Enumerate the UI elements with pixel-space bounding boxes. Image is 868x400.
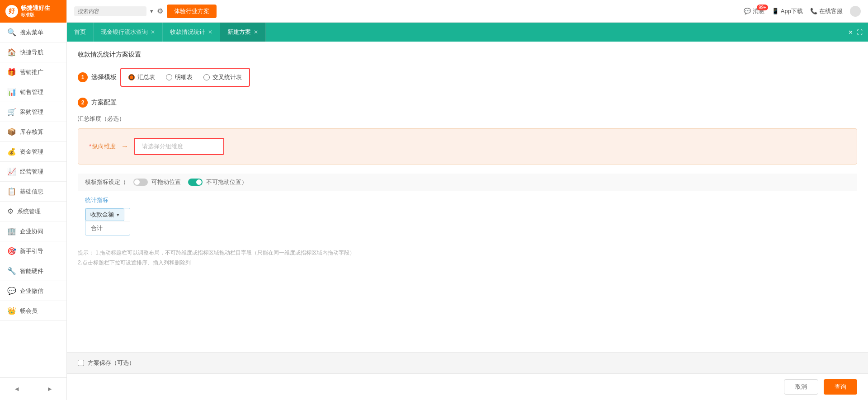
tab-cashflow-close[interactable]: ✕ xyxy=(151,29,155,35)
download-label: App下载 xyxy=(781,7,803,15)
service-label: 在线客服 xyxy=(819,7,843,15)
radio-detail-label: 明细表 xyxy=(175,73,193,81)
metrics-header-bar: 模板指标设定（ 可拖动位置 不可拖 xyxy=(78,174,857,191)
tab-controls: ✕ ⛶ xyxy=(843,23,868,42)
cart-icon: 🛒 xyxy=(7,108,16,116)
sidebar-item-label: 新手引导 xyxy=(20,247,43,255)
chat-icon: 💬 xyxy=(7,287,16,295)
sidebar-item-purchase[interactable]: 🛒 采购管理 xyxy=(0,102,66,122)
sidebar-bottom-right[interactable]: ▶ xyxy=(48,386,52,392)
radio-detail-input[interactable] xyxy=(166,74,172,80)
radio-cross-input[interactable] xyxy=(203,74,210,80)
sidebar-item-marketing[interactable]: 🎁 营销推广 xyxy=(0,62,66,82)
wrench-icon: 🔧 xyxy=(7,267,16,275)
search-input[interactable] xyxy=(74,6,146,16)
radio-detail[interactable]: 明细表 xyxy=(166,73,193,81)
service-section[interactable]: 📞 在线客服 xyxy=(810,7,843,15)
step1-section: 1 选择模板 汇总表 明细表 交叉统计表 xyxy=(78,68,857,87)
sidebar-item-wechat[interactable]: 💬 企业微信 xyxy=(0,281,66,301)
gear-icon[interactable]: ⚙ xyxy=(157,7,163,15)
money-icon: 💰 xyxy=(7,147,16,156)
tab-new-plan-close[interactable]: ✕ xyxy=(254,29,258,35)
sidebar-item-sales[interactable]: 📊 销售管理 xyxy=(0,82,66,102)
tips-section: 提示： 1.拖动标题栏可以调整布局，不可跨维度或指标区域拖动栏目字段（只能在同一… xyxy=(78,248,857,268)
metrics-toggle1[interactable]: 可拖动位置 xyxy=(133,178,181,186)
toggle-label2: 不可拖动位置） xyxy=(206,178,247,186)
sidebar-bottom-left[interactable]: ◀ xyxy=(15,386,19,392)
toggle-track1 xyxy=(133,179,148,186)
main-area: ▾ ⚙ 体验行业方案 💬 消息 99+ 📱 App下载 📞 在线客服 首页 xyxy=(67,0,868,400)
sidebar-item-inventory[interactable]: 📦 库存核算 xyxy=(0,122,66,142)
message-badge[interactable]: 💬 消息 99+ xyxy=(744,7,764,15)
sidebar-logo: 好 畅捷通好生 标准版 xyxy=(0,0,66,23)
sidebar-item-hardware[interactable]: 🔧 智能硬件 xyxy=(0,261,66,281)
sidebar-item-label: 搜索菜单 xyxy=(20,28,43,37)
sidebar-item-label: 基础信息 xyxy=(20,188,43,196)
tip-1: 提示： 1.拖动标题栏可以调整布局，不可跨维度或指标区域拖动栏目字段（只能在同一… xyxy=(78,248,857,258)
radio-summary-input[interactable] xyxy=(128,74,135,80)
footer-actions: 取消 查询 xyxy=(67,373,868,400)
tab-bar: 首页 现金银行流水查询 ✕ 收款情况统计 ✕ 新建方案 ✕ ✕ ⛶ xyxy=(67,23,868,42)
sidebar-item-system[interactable]: ⚙ 系统管理 xyxy=(0,202,66,221)
sidebar-item-label: 库存核算 xyxy=(20,128,43,136)
sidebar-nav: 🔍 搜索菜单 🏠 快捷导航 🎁 营销推广 📊 销售管理 🛒 采购管理 📦 库存核… xyxy=(0,23,66,377)
header-right: 💬 消息 99+ 📱 App下载 📞 在线客服 xyxy=(744,6,861,17)
step2-number: 2 xyxy=(78,98,88,108)
toggle-thumb1 xyxy=(134,179,140,185)
content-area: 收款情况统计方案设置 1 选择模板 汇总表 明细表 xyxy=(67,42,868,400)
badge-count: 99+ xyxy=(757,5,768,10)
tab-expand-icon[interactable]: ⛶ xyxy=(857,29,863,36)
dimension-dropdown[interactable]: 请选择分组维度 xyxy=(134,138,224,155)
sidebar: 好 畅捷通好生 标准版 🔍 搜索菜单 🏠 快捷导航 🎁 营销推广 📊 销售管理 … xyxy=(0,0,67,400)
tab-receipts-label: 收款情况统计 xyxy=(170,28,205,36)
chevron-down-icon[interactable]: ▾ xyxy=(150,8,153,14)
tip-2: 2.点击标题栏下拉可设置排序、插入列和删除列 xyxy=(78,258,857,268)
home-icon: 🏠 xyxy=(7,48,16,56)
trial-button[interactable]: 体验行业方案 xyxy=(167,5,217,18)
tab-cashflow[interactable]: 现金银行流水查询 ✕ xyxy=(94,23,163,42)
clipboard-icon: 📋 xyxy=(7,187,16,196)
tab-home[interactable]: 首页 xyxy=(67,23,94,42)
sidebar-item-collab[interactable]: 🏢 企业协同 xyxy=(0,221,66,241)
tab-new-plan[interactable]: 新建方案 ✕ xyxy=(220,23,266,42)
sidebar-item-member[interactable]: 👑 畅会员 xyxy=(0,301,66,321)
arrow-icon: → xyxy=(121,142,128,151)
headset-icon: 📞 xyxy=(810,8,817,14)
metrics-stat-label: 统计指标 xyxy=(85,196,850,204)
sidebar-item-management[interactable]: 📈 经营管理 xyxy=(0,162,66,182)
metrics-sub-label: 合计 xyxy=(91,224,103,232)
template-selection: 汇总表 明细表 交叉统计表 xyxy=(120,68,250,87)
sidebar-item-basic[interactable]: 📋 基础信息 xyxy=(0,182,66,202)
tab-close-icon[interactable]: ✕ xyxy=(848,29,853,36)
sidebar-item-guide[interactable]: 🎯 新手引导 xyxy=(0,241,66,261)
sidebar-item-search[interactable]: 🔍 搜索菜单 xyxy=(0,23,66,42)
step1-label: 选择模板 xyxy=(91,73,117,81)
toggle-label1: 可拖动位置 xyxy=(151,178,181,186)
radio-summary-label: 汇总表 xyxy=(137,73,155,81)
tab-receipts[interactable]: 收款情况统计 ✕ xyxy=(163,23,220,42)
config-section: 汇总维度（必选） *纵向维度 → 请选择分组维度 xyxy=(78,115,857,268)
metrics-chip-label: 收款金额 xyxy=(90,211,114,219)
sidebar-item-finance[interactable]: 💰 资金管理 xyxy=(0,142,66,162)
query-button[interactable]: 查询 xyxy=(824,379,857,395)
dimension-label: *纵向维度 xyxy=(89,142,116,151)
chevron-down-icon: ▾ xyxy=(117,212,119,218)
step2-header: 2 方案配置 xyxy=(78,98,857,108)
radio-summary[interactable]: 汇总表 xyxy=(128,73,155,81)
metrics-body: 统计指标 收款金额 ▾ 合计 xyxy=(78,191,857,241)
sidebar-item-label: 智能硬件 xyxy=(20,267,43,275)
metrics-header-text: 模板指标设定（ xyxy=(85,178,126,186)
metrics-chip[interactable]: 收款金额 ▾ xyxy=(85,208,124,221)
radio-cross[interactable]: 交叉统计表 xyxy=(203,73,242,81)
tab-new-plan-label: 新建方案 xyxy=(227,28,251,36)
cancel-button[interactable]: 取消 xyxy=(784,379,818,395)
download-section[interactable]: 📱 App下载 xyxy=(772,7,803,15)
sidebar-item-nav[interactable]: 🏠 快捷导航 xyxy=(0,42,66,62)
save-checkbox[interactable] xyxy=(78,360,84,366)
tab-receipts-close[interactable]: ✕ xyxy=(208,29,212,35)
header-left: ▾ ⚙ 体验行业方案 xyxy=(74,5,217,18)
step2-section: 2 方案配置 汇总维度（必选） *纵向维度 → 请选择分组维度 xyxy=(78,98,857,268)
metrics-toggle2[interactable]: 不可拖动位置） xyxy=(188,178,247,186)
gift-icon: 🎁 xyxy=(7,68,16,76)
sidebar-item-label: 快捷导航 xyxy=(20,48,43,56)
